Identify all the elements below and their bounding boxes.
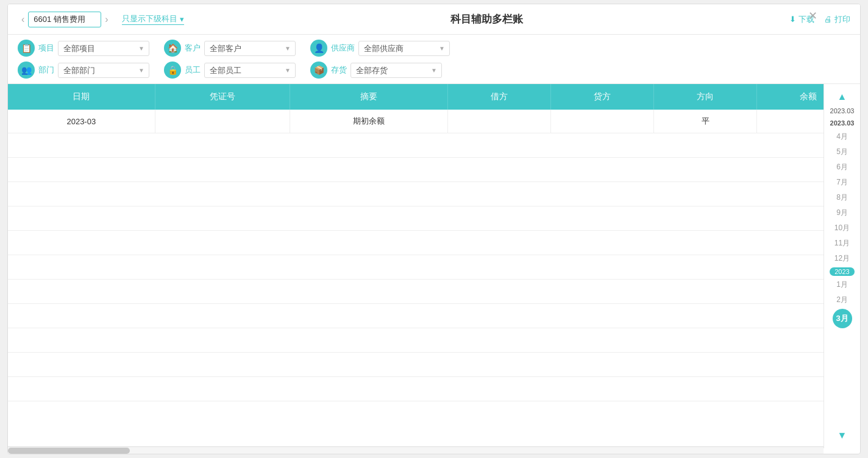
sidebar-up-arrow[interactable]: ▲ [835, 89, 850, 105]
table-row-empty [8, 133, 860, 158]
main-window: ✕ ‹ 6601 销售费用 › 只显示下级科目 ▾ 科目辅助多栏账 ⬇ 下载 🖨… [7, 4, 861, 454]
cell-direction: 平 [654, 110, 757, 133]
cell-debit [448, 110, 551, 133]
table-row-empty [8, 280, 860, 304]
sidebar-item-3-active[interactable]: 3月 [833, 309, 852, 328]
filter-row-1: 📋 项目 全部项目 🏠 客户 全部客户 [18, 40, 850, 57]
employee-select-wrapper: 全部员工 [204, 63, 296, 78]
prev-account-button[interactable]: ‹ [18, 13, 28, 26]
customer-filter: 🏠 客户 全部客户 [164, 40, 296, 57]
customer-label: 客户 [185, 43, 201, 54]
department-filter: 👥 部门 全部部门 [18, 62, 149, 79]
cell-date: 2023-03 [8, 110, 155, 133]
table-row: 2023-03 期初余额 平 [8, 110, 860, 133]
inventory-icon: 📦 [310, 62, 327, 79]
customer-select-wrapper: 全部客户 [204, 41, 296, 56]
table-row-empty [8, 255, 860, 280]
project-select[interactable]: 全部项目 [58, 41, 149, 56]
supplier-select[interactable]: 全部供应商 [358, 41, 450, 56]
table-header-row: 日期 凭证号 摘要 借方 贷方 方向 余额 [8, 84, 860, 110]
table-row-empty [8, 182, 860, 206]
chevron-down-icon: ▾ [180, 15, 184, 24]
sidebar-item-11[interactable]: 11月 [824, 236, 860, 251]
year-badge-2023[interactable]: 2023 [830, 267, 854, 276]
sidebar-item-6[interactable]: 6月 [824, 160, 860, 175]
employee-icon: 🔒 [164, 62, 181, 79]
sidebar-item-8[interactable]: 8月 [824, 190, 860, 205]
project-filter: 📋 项目 全部项目 [18, 40, 149, 57]
col-credit: 贷方 [551, 84, 654, 110]
sidebar-item-9[interactable]: 9月 [824, 205, 860, 220]
customer-icon: 🏠 [164, 40, 181, 57]
col-date: 日期 [8, 84, 155, 110]
show-sub-accounts-button[interactable]: 只显示下级科目 ▾ [122, 13, 184, 25]
employee-select[interactable]: 全部员工 [204, 63, 296, 78]
scrollbar-thumb[interactable] [8, 448, 130, 454]
table-row-empty [8, 231, 860, 255]
inventory-filter: 📦 存货 全部存货 [310, 62, 442, 79]
inventory-select[interactable]: 全部存货 [350, 63, 442, 78]
sidebar-item-5[interactable]: 5月 [824, 144, 860, 160]
sidebar-item-1[interactable]: 1月 [824, 277, 860, 292]
project-icon: 📋 [18, 40, 35, 57]
sidebar-item-10[interactable]: 10月 [824, 220, 860, 236]
filter-row-2: 👥 部门 全部部门 🔒 员工 全部员工 [18, 62, 850, 79]
sidebar-down-arrow[interactable]: ▼ [835, 428, 850, 443]
col-voucher: 凭证号 [155, 84, 290, 110]
sidebar-item-2023-03[interactable]: 2023.03 [824, 117, 860, 129]
department-label: 部门 [38, 65, 54, 76]
horizontal-scrollbar[interactable] [8, 446, 824, 454]
ledger-table: 日期 凭证号 摘要 借方 贷方 方向 余额 2023-03 期初余额 [8, 84, 860, 401]
supplier-icon: 👤 [310, 40, 327, 57]
col-direction: 方向 [654, 84, 757, 110]
department-select-wrapper: 全部部门 [58, 63, 149, 78]
content-wrapper: 日期 凭证号 摘要 借方 贷方 方向 余额 2023-03 期初余额 [8, 84, 860, 448]
print-label: 打印 [834, 14, 850, 25]
table-row-empty [8, 158, 860, 182]
inventory-select-wrapper: 全部存货 [350, 63, 442, 78]
table-row-empty [8, 353, 860, 377]
cell-voucher [155, 110, 290, 133]
table-row-empty [8, 328, 860, 353]
active-month-wrapper: 3月 [824, 308, 860, 329]
sidebar-item-4[interactable]: 4月 [824, 129, 860, 144]
table-row-empty [8, 377, 860, 401]
table-row-empty [8, 304, 860, 328]
cell-credit [551, 110, 654, 133]
print-button[interactable]: 🖨 打印 [824, 14, 850, 25]
cell-summary: 期初余额 [290, 110, 448, 133]
top-bar: ‹ 6601 销售费用 › 只显示下级科目 ▾ 科目辅助多栏账 ⬇ 下载 🖨 打… [8, 4, 860, 35]
download-icon: ⬇ [789, 15, 796, 24]
project-select-wrapper: 全部项目 [58, 41, 149, 56]
supplier-label: 供应商 [331, 43, 355, 54]
sidebar-item-7[interactable]: 7月 [824, 175, 860, 190]
inventory-label: 存货 [331, 65, 347, 76]
table-area[interactable]: 日期 凭证号 摘要 借方 贷方 方向 余额 2023-03 期初余额 [8, 84, 860, 448]
department-select[interactable]: 全部部门 [58, 63, 149, 78]
filter-bar: 📋 项目 全部项目 🏠 客户 全部客户 [8, 35, 860, 84]
department-icon: 👥 [18, 62, 35, 79]
action-buttons: ⬇ 下载 🖨 打印 [789, 14, 850, 25]
next-account-button[interactable]: › [101, 13, 112, 26]
show-sub-label: 只显示下级科目 [122, 13, 177, 24]
customer-select[interactable]: 全部客户 [204, 41, 296, 56]
supplier-select-wrapper: 全部供应商 [358, 41, 450, 56]
year-badge-wrapper: 2023 [824, 266, 860, 277]
sidebar-item-12[interactable]: 12月 [824, 251, 860, 266]
sidebar-item-2023-03-top[interactable]: 2023.03 [824, 105, 860, 117]
account-code: 6601 销售费用 [28, 12, 101, 27]
supplier-filter: 👤 供应商 全部供应商 [310, 40, 450, 57]
print-icon: 🖨 [824, 15, 832, 24]
right-sidebar: ▲ 2023.03 2023.03 4月 5月 6月 7月 8月 9月 10月 … [824, 84, 860, 448]
page-title: 科目辅助多栏账 [184, 12, 789, 26]
project-label: 项目 [38, 43, 54, 54]
col-summary: 摘要 [290, 84, 448, 110]
close-button[interactable]: ✕ [808, 9, 817, 23]
sidebar-item-2[interactable]: 2月 [824, 292, 860, 308]
employee-label: 员工 [185, 65, 201, 76]
col-debit: 借方 [448, 84, 551, 110]
employee-filter: 🔒 员工 全部员工 [164, 62, 296, 79]
table-row-empty [8, 206, 860, 231]
